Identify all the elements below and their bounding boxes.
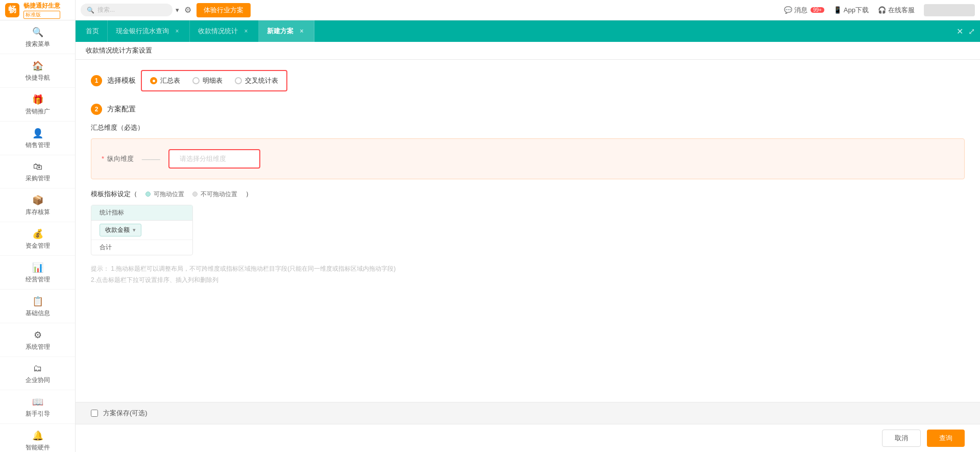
tab-bank[interactable]: 现金银行流水查询 × (108, 20, 190, 42)
legend-draggable: 可拖动位置 (145, 190, 184, 199)
page-breadcrumb: 收款情况统计方案设置 (86, 46, 152, 54)
step1-header: 1 选择模板 汇总表 明细表 (91, 70, 965, 91)
sidebar-item-purchase[interactable]: 🛍 采购管理 (0, 155, 75, 188)
user-avatar[interactable] (924, 4, 975, 16)
dimension-row: * 纵向维度 —— 请选择分组维度 (102, 149, 954, 169)
dimension-row-label: * 纵向维度 (102, 154, 134, 163)
metrics-label-close: ） (246, 189, 252, 199)
header-dropdown-btn[interactable]: ▾ (176, 6, 179, 14)
message-icon: 💬 (784, 6, 792, 14)
sidebar-item-label: 基础信息 (26, 309, 50, 318)
arrow-right: —— (142, 154, 160, 164)
sidebar-item-label: 智能硬件 (26, 443, 50, 452)
legend-non-draggable-label: 不可拖动位置 (201, 190, 237, 199)
radio-cross-circle (235, 77, 242, 84)
cancel-button[interactable]: 取消 (882, 430, 921, 447)
metrics-label-row: 模板指标设定（ 可拖动位置 不可拖动位置 ） (91, 189, 965, 199)
download-item[interactable]: 📱 App下载 (834, 6, 869, 15)
tab-close-all-icon[interactable]: ✕ (957, 27, 963, 36)
sidebar-item-label: 搜索菜单 (26, 40, 50, 49)
sidebar-item-quick-nav[interactable]: 🏠 快捷导航 (0, 54, 75, 88)
sidebar-item-operations[interactable]: 📊 经营管理 (0, 256, 75, 290)
legend-non-draggable: 不可拖动位置 (192, 190, 237, 199)
tab-new-plan[interactable]: 新建方案 × (259, 20, 314, 42)
radio-summary-label: 汇总表 (160, 76, 180, 85)
legend-draggable-label: 可拖动位置 (154, 190, 184, 199)
tab-home[interactable]: 首页 (76, 20, 108, 42)
step1-title: 选择模板 (107, 76, 136, 85)
radio-detail[interactable]: 明细表 (192, 76, 223, 85)
tab-bank-close[interactable]: × (173, 27, 181, 35)
tab-fullscreen-icon[interactable]: ⤢ (968, 27, 975, 36)
page-content: 收款情况统计方案设置 1 选择模板 汇总表 (76, 42, 980, 452)
marketing-icon: 🎁 (32, 94, 43, 105)
tab-bank-label: 现金银行流水查询 (116, 27, 169, 36)
save-checkbox[interactable] (91, 410, 98, 417)
breadcrumb-bar: 收款情况统计方案设置 (76, 42, 980, 60)
sidebar-item-beginner[interactable]: 📖 新手引导 (0, 390, 75, 424)
basic-info-icon: 📋 (32, 296, 43, 307)
radio-cross-label: 交叉统计表 (245, 76, 278, 85)
radio-cross[interactable]: 交叉统计表 (235, 76, 278, 85)
save-label: 方案保存(可选) (103, 409, 148, 418)
inventory-icon: 📦 (32, 195, 43, 206)
finance-icon: 💰 (32, 228, 43, 240)
sidebar-item-label: 销售管理 (26, 141, 50, 150)
sidebar-item-basic-info[interactable]: 📋 基础信息 (0, 290, 75, 323)
sidebar-item-label: 新手引导 (26, 410, 50, 418)
trial-btn[interactable]: 体验行业方案 (197, 3, 251, 17)
footer-bar: 取消 查询 (76, 424, 980, 452)
message-item[interactable]: 💬 消息 99+ (784, 6, 824, 15)
smart-hw-icon: 🔔 (32, 430, 43, 441)
tab-new-plan-close[interactable]: × (298, 27, 306, 35)
support-item[interactable]: 🎧 在线客服 (878, 6, 915, 15)
vertical-dimension-label: 纵向维度 (107, 155, 134, 162)
sidebar-item-smart-hw[interactable]: 🔔 智能硬件 (0, 424, 75, 452)
step1-num: 1 (91, 75, 102, 86)
radio-summary[interactable]: 汇总表 (150, 76, 180, 85)
logo-text-block: 畅捷通好生意 标准版 (23, 2, 60, 19)
sidebar-item-label: 采购管理 (26, 174, 50, 183)
radio-detail-label: 明细表 (203, 76, 223, 85)
tab-new-plan-label: 新建方案 (267, 27, 293, 36)
sidebar-item-label: 资金管理 (26, 242, 50, 250)
query-button[interactable]: 查询 (927, 430, 965, 447)
support-icon: 🎧 (878, 6, 886, 14)
enterprise-coop-icon: 🗂 (33, 363, 42, 374)
dimension-select[interactable]: 请选择分组维度 (168, 149, 260, 169)
search-text: 搜索... (97, 6, 115, 14)
step2-section: 2 方案配置 汇总维度（必选） * 纵向维度 —— (91, 104, 965, 286)
logo-icon: 畅 (5, 3, 19, 17)
system-icon: ⚙ (34, 329, 42, 341)
tab-collection-close[interactable]: × (242, 27, 250, 35)
logo-name: 畅捷通好生意 (23, 2, 60, 10)
metric-tag-0[interactable]: 收款金额 ▾ (100, 224, 141, 236)
sidebar-item-marketing[interactable]: 🎁 营销推广 (0, 88, 75, 122)
hint-line-2: 2.点击标题栏下拉可设置排序、插入列和删除列 (91, 275, 965, 286)
sidebar-item-label: 系统管理 (26, 343, 50, 351)
metrics-table: 统计指标 收款金额 ▾ 合计 (91, 205, 193, 255)
sidebar-item-label: 经营管理 (26, 275, 50, 284)
hint-line-1: 提示： 1.拖动标题栏可以调整布局，不可跨维度或指标区域拖动栏目字段(只能在同一… (91, 264, 965, 275)
metric-dropdown-icon-0: ▾ (133, 227, 136, 233)
sidebar-item-search-menu[interactable]: 🔍 搜索菜单 (0, 20, 75, 54)
sidebar-item-finance[interactable]: 💰 资金管理 (0, 222, 75, 256)
sidebar-item-system[interactable]: ⚙ 系统管理 (0, 323, 75, 357)
tab-collection-label: 收款情况统计 (198, 27, 238, 36)
tab-collection[interactable]: 收款情况统计 × (190, 20, 259, 42)
dimension-label: 汇总维度（必选） (91, 123, 965, 132)
legend-non-draggable-dot (192, 192, 198, 197)
step2-title: 方案配置 (107, 105, 136, 114)
header-gear-icon[interactable]: ⚙ (184, 5, 191, 15)
download-icon: 📱 (834, 6, 842, 14)
download-label: App下载 (844, 6, 869, 15)
sidebar-item-inventory[interactable]: 📦 库存核算 (0, 188, 75, 222)
sidebar-item-label: 库存核算 (26, 208, 50, 217)
sidebar-item-enterprise-coop[interactable]: 🗂 企业协同 (0, 357, 75, 390)
form-container: 1 选择模板 汇总表 明细表 (76, 60, 980, 402)
search-bar[interactable]: 🔍 搜索... (81, 4, 173, 16)
header-right: 💬 消息 99+ 📱 App下载 🎧 在线客服 (784, 4, 975, 16)
content-area: 首页 现金银行流水查询 × 收款情况统计 × 新建方案 × ✕ ⤢ (76, 20, 980, 452)
message-label: 消息 (794, 6, 807, 15)
sidebar-item-sales[interactable]: 👤 销售管理 (0, 122, 75, 155)
